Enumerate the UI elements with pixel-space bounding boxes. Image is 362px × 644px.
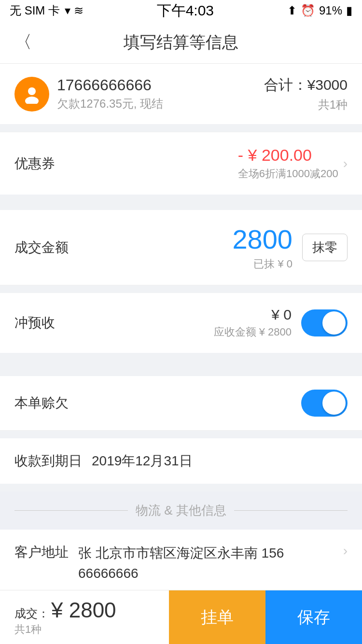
footer-summary: 成交： ¥ 2800 共1种 — [0, 598, 169, 637]
save-button[interactable]: 保存 — [265, 590, 362, 644]
precollect-label: 冲预收 — [14, 314, 55, 332]
location-icon: ⬆ — [287, 4, 297, 17]
deduct-toggle[interactable] — [301, 390, 348, 417]
address-label: 客户地址 — [14, 543, 69, 561]
coupon-info: - ¥ 200.00 全场6折满1000减200 — [238, 146, 338, 181]
precollect-row: 冲预收 ¥ 0 应收金额 ¥ 2800 — [0, 293, 362, 353]
nav-bar: 〈 填写结算等信息 — [0, 21, 362, 64]
footer-bar: 成交： ¥ 2800 共1种 挂单 保存 — [0, 590, 362, 644]
coupon-amount: - ¥ 200.00 — [238, 146, 338, 165]
section-divider-1 — [0, 202, 362, 210]
duedate-value: 2019年12月31日 — [92, 452, 193, 470]
address-value: 张 北京市市辖区海淀区永丰南 156 66666666 — [78, 543, 343, 584]
footer-deal-row: 成交： ¥ 2800 — [14, 598, 154, 622]
precollect-amount-wrap: ¥ 0 应收金额 ¥ 2800 — [214, 307, 292, 339]
footer-deal-amount: ¥ 2800 — [51, 598, 116, 622]
transaction-amount-wrap: 2800 已抹 ¥ 0 — [232, 224, 292, 271]
status-bar: 无 SIM 卡 ▾ ≋ 下午4:03 ⬆ ⏰ 91% ▮ — [0, 0, 362, 21]
deduct-row: 本单赊欠 — [0, 376, 362, 431]
precollect-amount: ¥ 0 — [214, 307, 292, 323]
status-bar-left: 无 SIM 卡 ▾ ≋ — [10, 3, 84, 18]
footer-deal-label: 成交： — [14, 606, 49, 621]
duedate-label: 收款到期日 — [14, 452, 82, 470]
address-row[interactable]: 客户地址 张 北京市市辖区海淀区永丰南 156 66666666 › — [0, 530, 362, 597]
customer-left: 17666666666 欠款1276.35元, 现结 — [14, 76, 163, 112]
deduct-label: 本单赊欠 — [14, 394, 69, 412]
coupon-right: - ¥ 200.00 全场6折满1000减200 › — [238, 146, 348, 181]
logistics-divider: 物流 & 其他信息 — [0, 491, 362, 530]
svg-point-1 — [25, 97, 39, 104]
customer-total: 合计：¥3000 共1种 — [264, 75, 348, 112]
total-count: 共1种 — [264, 97, 348, 112]
hang-button[interactable]: 挂单 — [169, 590, 265, 644]
svg-point-0 — [28, 87, 36, 95]
alarm-icon: ⏰ — [301, 4, 315, 17]
carrier-label: 无 SIM 卡 — [10, 3, 60, 18]
coupon-label: 优惠券 — [14, 154, 55, 173]
battery-icon: ▮ — [346, 4, 352, 17]
logistics-label: 物流 & 其他信息 — [136, 502, 226, 519]
customer-details: 17666666666 欠款1276.35元, 现结 — [57, 76, 163, 112]
section-divider-2 — [0, 361, 362, 368]
wifi-icon: ▾ ≋ — [65, 4, 84, 17]
back-button[interactable]: 〈 — [14, 30, 32, 54]
chevron-right-icon: › — [343, 156, 348, 171]
battery-level: 91% — [319, 4, 342, 17]
transaction-row: 成交金额 2800 已抹 ¥ 0 抹零 — [0, 210, 362, 285]
transaction-label: 成交金额 — [14, 238, 69, 257]
toggle-knob — [322, 311, 346, 335]
precollect-sub: 应收金额 ¥ 2800 — [214, 325, 292, 339]
precollect-toggle[interactable] — [301, 309, 348, 336]
status-bar-right: ⬆ ⏰ 91% ▮ — [287, 4, 352, 17]
duedate-row: 收款到期日 2019年12月31日 — [0, 438, 362, 484]
main-content: 17666666666 欠款1276.35元, 现结 合计：¥3000 共1种 … — [0, 64, 362, 644]
status-bar-time: 下午4:03 — [157, 1, 214, 21]
customer-info-row: 17666666666 欠款1276.35元, 现结 合计：¥3000 共1种 — [0, 64, 362, 124]
transaction-right: 2800 已抹 ¥ 0 抹零 — [232, 224, 348, 271]
precollect-right: ¥ 0 应收金额 ¥ 2800 — [214, 307, 348, 339]
divider-line-left — [14, 510, 128, 511]
customer-sub: 欠款1276.35元, 现结 — [57, 96, 163, 112]
deduct-toggle-knob — [322, 392, 346, 415]
page-title: 填写结算等信息 — [124, 31, 238, 54]
footer-count: 共1种 — [14, 622, 154, 637]
round-button[interactable]: 抹零 — [302, 234, 348, 261]
avatar — [14, 77, 49, 112]
total-amount: 合计：¥3000 — [264, 75, 348, 95]
address-chevron-icon: › — [343, 543, 348, 559]
customer-phone: 17666666666 — [57, 76, 163, 94]
transaction-amount: 2800 — [232, 224, 292, 255]
divider-line-right — [234, 510, 348, 511]
coupon-row[interactable]: 优惠券 - ¥ 200.00 全场6折满1000减200 › — [0, 132, 362, 195]
transaction-sub: 已抹 ¥ 0 — [232, 257, 292, 271]
coupon-sub: 全场6折满1000减200 — [238, 167, 338, 181]
